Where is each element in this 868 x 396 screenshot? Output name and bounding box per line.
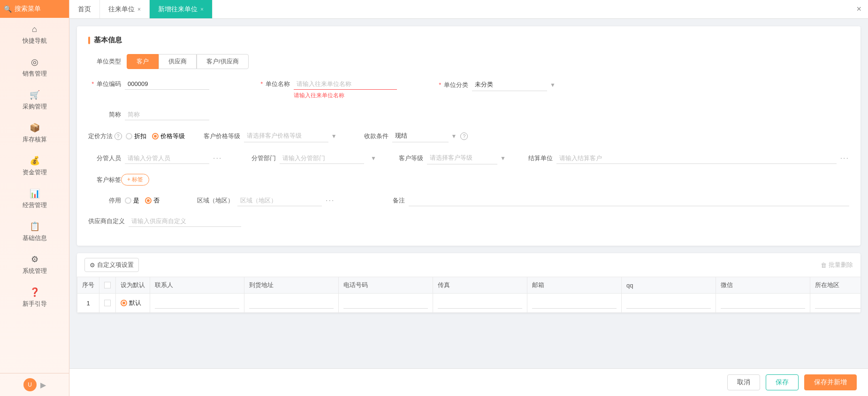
sidebar-item-system[interactable]: ⚙ 系统管理 bbox=[0, 248, 69, 281]
disable-radio-group: 是 否 bbox=[125, 196, 160, 205]
supplier-custom-input[interactable] bbox=[129, 216, 241, 227]
sidebar-item-label: 快捷导航 bbox=[23, 37, 47, 45]
save-button[interactable]: 保存 bbox=[766, 374, 799, 390]
payment-condition-select[interactable]: 现结 ▼ bbox=[392, 130, 457, 142]
unit-type-supplier[interactable]: 供应商 bbox=[159, 54, 197, 69]
wechat-input[interactable] bbox=[721, 297, 805, 309]
sidebar-item-finance[interactable]: 💰 资金管理 bbox=[0, 149, 69, 182]
customer-level-field: 客户等级 请选择客户等级 ▼ bbox=[390, 152, 506, 164]
td-contact bbox=[150, 294, 244, 313]
manager-more-btn[interactable]: ··· bbox=[213, 154, 222, 163]
delete-icon: 🗑 bbox=[821, 262, 827, 269]
sidebar: 🔍 搜索菜单 ⌂ 快捷导航 ◎ 销售管理 🛒 采购管理 📦 库存核算 💰 资金管… bbox=[0, 0, 69, 396]
note-field: 备注 bbox=[372, 195, 849, 206]
pricing-radio-discount[interactable]: 折扣 bbox=[126, 132, 146, 140]
sidebar-item-guide[interactable]: ❓ 新手引导 bbox=[0, 281, 69, 314]
operations-icon: 📊 bbox=[29, 188, 40, 199]
sidebar-item-basic[interactable]: 📋 基础信息 bbox=[0, 215, 69, 248]
fax-input[interactable] bbox=[438, 297, 522, 309]
region-field: 区域（地区） ··· bbox=[197, 195, 335, 206]
unit-code-input[interactable] bbox=[125, 78, 209, 90]
tab-new-contact[interactable]: 新增往来单位 × bbox=[150, 0, 213, 18]
email-input[interactable] bbox=[532, 297, 617, 309]
customer-level-select[interactable]: 请选择客户等级 ▼ bbox=[427, 152, 506, 164]
main-content: 首页 往来单位 × 新增往来单位 × × 基本信息 单位类型 客户 bbox=[69, 0, 868, 396]
disable-radio-yes-circle bbox=[125, 197, 131, 204]
batch-delete-button[interactable]: 🗑 批量删除 bbox=[821, 261, 853, 269]
sidebar-item-label: 系统管理 bbox=[23, 267, 47, 275]
table-toolbar: ⚙ 自定义项设置 🗑 批量删除 bbox=[77, 253, 860, 277]
customer-price-level-select[interactable]: 请选择客户价格等级 ▼ bbox=[244, 130, 337, 142]
short-name-input[interactable] bbox=[125, 109, 209, 120]
note-input[interactable] bbox=[409, 195, 849, 206]
tab-new-contact-close[interactable]: × bbox=[200, 6, 204, 13]
supplier-custom-label: 供应商自定义 bbox=[88, 217, 125, 225]
td-wechat bbox=[716, 294, 810, 313]
settlement-unit-more-btn[interactable]: ··· bbox=[840, 154, 849, 163]
sidebar-expand-icon[interactable]: ▶ bbox=[40, 380, 46, 389]
note-label: 备注 bbox=[372, 196, 405, 205]
th-checkbox bbox=[99, 277, 116, 294]
basic-info-card: 基本信息 单位类型 客户 供应商 客户/供应商 * bbox=[77, 26, 860, 246]
payment-condition-help[interactable]: ? bbox=[460, 132, 468, 140]
address-input[interactable] bbox=[249, 297, 334, 309]
disable-radio-yes[interactable]: 是 bbox=[125, 196, 139, 205]
tab-contacts-close[interactable]: × bbox=[137, 6, 141, 13]
unit-name-input[interactable] bbox=[294, 78, 397, 90]
th-wechat: 微信 bbox=[716, 277, 810, 294]
sidebar-item-sales[interactable]: ◎ 销售管理 bbox=[0, 51, 69, 84]
region-more-btn[interactable]: ··· bbox=[326, 196, 335, 205]
phone-input[interactable] bbox=[343, 297, 428, 309]
th-phone: 电话号码 bbox=[339, 277, 433, 294]
cancel-button[interactable]: 取消 bbox=[727, 374, 760, 390]
customer-price-level-chevron: ▼ bbox=[331, 133, 337, 140]
unit-category-select[interactable]: 未分类 ▼ bbox=[472, 78, 556, 91]
disable-radio-no-circle bbox=[145, 197, 152, 204]
inventory-icon: 📦 bbox=[29, 122, 40, 133]
row-default-radio[interactable]: 默认 bbox=[121, 299, 145, 307]
department-input[interactable] bbox=[280, 153, 364, 164]
sidebar-search-item[interactable]: 🔍 搜索菜单 bbox=[0, 0, 69, 18]
tab-new-contact-label: 新增往来单位 bbox=[158, 5, 198, 14]
manager-field: 分管人员 ··· bbox=[88, 153, 229, 164]
customer-price-level-placeholder: 请选择客户价格等级 bbox=[244, 130, 328, 142]
custom-settings-button[interactable]: ⚙ 自定义项设置 bbox=[84, 258, 139, 272]
disable-radio-no[interactable]: 否 bbox=[145, 196, 160, 205]
unit-type-row: 单位类型 客户 供应商 客户/供应商 bbox=[88, 54, 849, 69]
td-address bbox=[244, 294, 339, 313]
contact-input[interactable] bbox=[155, 297, 239, 309]
add-tag-button[interactable]: + 标签 bbox=[121, 174, 149, 186]
sidebar-item-inventory[interactable]: 📦 库存核算 bbox=[0, 116, 69, 149]
tab-bar-close-all[interactable]: × bbox=[850, 0, 868, 18]
unit-name-required-star: * bbox=[260, 80, 263, 87]
row-checkbox[interactable] bbox=[104, 300, 111, 306]
row-default-label: 默认 bbox=[129, 299, 141, 307]
region-table-input[interactable] bbox=[815, 297, 860, 309]
td-default: 默认 bbox=[116, 294, 150, 313]
department-field: 分管部门 ▼ bbox=[243, 153, 376, 164]
customer-tag-row: 客户标签 + 标签 bbox=[88, 174, 849, 186]
page-content: 基本信息 单位类型 客户 供应商 客户/供应商 * bbox=[69, 19, 868, 368]
basic-icon: 📋 bbox=[29, 221, 40, 232]
manager-input[interactable] bbox=[125, 153, 209, 164]
save-new-button[interactable]: 保存并新增 bbox=[804, 374, 857, 390]
settlement-unit-input[interactable] bbox=[556, 153, 837, 164]
header-checkbox[interactable] bbox=[104, 282, 111, 288]
pricing-method-help[interactable]: ? bbox=[114, 132, 122, 140]
department-chevron: ▼ bbox=[371, 155, 376, 162]
sidebar-avatar[interactable]: U bbox=[23, 378, 37, 391]
pricing-radio-price-level[interactable]: 价格等级 bbox=[152, 132, 185, 140]
disable-field: 停用 是 否 bbox=[88, 196, 160, 205]
sidebar-item-purchase[interactable]: 🛒 采购管理 bbox=[0, 84, 69, 116]
payment-condition-chevron: ▼ bbox=[451, 133, 457, 140]
region-input[interactable] bbox=[237, 195, 322, 206]
tab-contacts[interactable]: 往来单位 × bbox=[100, 0, 150, 18]
custom-settings-label: 自定义项设置 bbox=[97, 261, 134, 269]
th-region: 所在地区 bbox=[810, 277, 861, 294]
qq-input[interactable] bbox=[626, 297, 711, 309]
tab-home[interactable]: 首页 bbox=[69, 0, 100, 18]
unit-type-customer[interactable]: 客户 bbox=[127, 54, 159, 69]
sidebar-item-operations[interactable]: 📊 经营管理 bbox=[0, 182, 69, 215]
unit-type-both[interactable]: 客户/供应商 bbox=[197, 54, 249, 69]
sidebar-item-quick-nav[interactable]: ⌂ 快捷导航 bbox=[0, 18, 69, 51]
